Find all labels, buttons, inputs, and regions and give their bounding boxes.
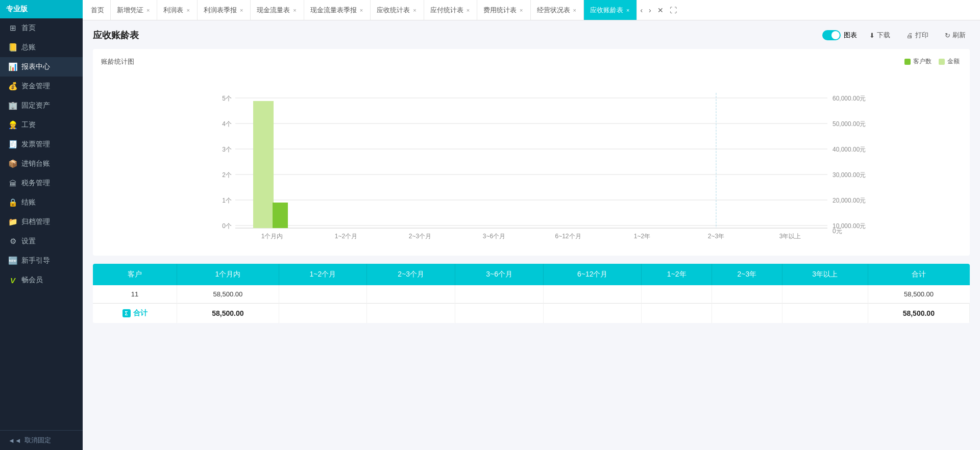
invoices-icon: 🧾	[8, 140, 17, 149]
col-header-m36: 3~6个月	[455, 264, 544, 285]
total-icon: Σ	[122, 309, 131, 317]
bar-amount-0	[253, 101, 274, 228]
footer-label: Σ 合计	[93, 304, 177, 323]
page-title-bar: 应收账龄表 图表 ⬇ 下载 🖨 打印 ↻ 刷新	[93, 29, 970, 42]
bar-count-0	[273, 203, 288, 228]
sidebar-item-settings[interactable]: ⚙ 设置	[0, 232, 83, 251]
col-header-customer: 客户	[93, 264, 177, 285]
svg-text:1~2个月: 1~2个月	[335, 233, 357, 240]
sidebar-item-tax[interactable]: 🏛 税务管理	[0, 173, 83, 193]
sidebar-item-purchases[interactable]: 📦 进销台账	[0, 154, 83, 173]
svg-text:3个: 3个	[222, 146, 232, 153]
tab-close-profit[interactable]: ×	[185, 7, 190, 14]
tab-next-button[interactable]: ›	[646, 4, 654, 16]
cell-y23	[712, 285, 782, 304]
tab-close-cashflow-quarterly[interactable]: ×	[359, 7, 364, 14]
sidebar-item-ledger[interactable]: 📒 总账	[0, 38, 83, 57]
col-header-y12: 1~2年	[642, 264, 712, 285]
svg-text:1个: 1个	[222, 197, 232, 204]
toggle-thumb	[831, 31, 840, 39]
svg-text:40,000.00元: 40,000.00元	[832, 146, 866, 153]
chart-title: 账龄统计图	[101, 57, 962, 66]
sidebar-item-payroll[interactable]: 👷 工资	[0, 115, 83, 135]
tab-home[interactable]: 首页	[85, 0, 111, 20]
cell-total: 58,500.00	[868, 285, 969, 304]
tab-close-business-status[interactable]: ×	[572, 7, 577, 14]
tab-profit[interactable]: 利润表 ×	[157, 0, 197, 20]
tab-voucher[interactable]: 新增凭证 ×	[111, 0, 157, 20]
svg-text:3~6个月: 3~6个月	[483, 233, 505, 240]
footer-total: 58,500.00	[868, 304, 969, 323]
sidebar-item-guide[interactable]: 🆕 新手引导	[0, 251, 83, 270]
tab-ar-stats[interactable]: 应收统计表 ×	[371, 0, 424, 20]
tab-close-profit-quarterly[interactable]: ×	[239, 7, 244, 14]
footer-m36	[455, 304, 544, 323]
page-title: 应收账龄表	[93, 29, 139, 41]
tab-cashflow-quarterly[interactable]: 现金流量表季报 ×	[304, 0, 371, 20]
svg-text:1个月内: 1个月内	[261, 233, 283, 240]
sidebar-item-invoices[interactable]: 🧾 发票管理	[0, 135, 83, 154]
download-button[interactable]: ⬇ 下载	[865, 29, 894, 42]
legend-customer-dot	[904, 59, 911, 65]
sidebar-item-home[interactable]: ⊞ 首页	[0, 18, 83, 38]
tab-business-status[interactable]: 经营状况表 ×	[531, 0, 584, 20]
footer-m23	[367, 304, 455, 323]
tab-close-ar-aging[interactable]: ×	[625, 7, 630, 14]
tab-ap-stats[interactable]: 应付统计表 ×	[424, 0, 477, 20]
cell-y12	[642, 285, 712, 304]
tab-profit-quarterly[interactable]: 利润表季报 ×	[198, 0, 251, 20]
archive-icon: 📁	[8, 217, 17, 227]
cell-m612	[543, 285, 641, 304]
sidebar: 专业版 ⊞ 首页 📒 总账 📊 报表中心 💰 资金管理 🏢 固定资产 👷 工资 …	[0, 0, 83, 450]
chart-container: 账龄统计图 客户数 金额 5个 4个 3个 2个 1个	[93, 49, 970, 256]
cell-m1: 58,500.00	[177, 285, 279, 304]
tab-close-cashflow[interactable]: ×	[292, 7, 297, 14]
tab-close-voucher[interactable]: ×	[145, 7, 151, 14]
print-button[interactable]: 🖨 打印	[902, 29, 933, 42]
tab-close-ap-stats[interactable]: ×	[465, 7, 471, 14]
tab-ar-aging[interactable]: 应收账龄表 ×	[584, 0, 637, 20]
svg-text:0个: 0个	[222, 222, 232, 230]
sidebar-item-funds[interactable]: 💰 资金管理	[0, 77, 83, 96]
svg-text:6~12个月: 6~12个月	[555, 233, 581, 240]
legend-amount: 金额	[939, 57, 960, 66]
footer-m612	[543, 304, 641, 323]
legend-amount-dot	[939, 59, 945, 65]
tab-close-expense-stats[interactable]: ×	[519, 7, 524, 14]
main-area: 首页 新增凭证 × 利润表 × 利润表季报 × 现金流量表 × 现金流量表季报 …	[83, 0, 980, 450]
tab-close-ar-stats[interactable]: ×	[412, 7, 417, 14]
svg-text:30,000.00元: 30,000.00元	[832, 171, 866, 179]
col-header-m1: 1个月内	[177, 264, 279, 285]
toggle-track[interactable]	[822, 30, 841, 40]
table-row: 11 58,500.00 58,500.00	[93, 285, 970, 304]
tab-maximize-button[interactable]: ⛶	[667, 4, 680, 16]
cell-customer: 11	[93, 285, 177, 304]
tab-prev-button[interactable]: ‹	[637, 4, 646, 16]
chart-legend: 客户数 金额	[904, 57, 960, 66]
footer-y12	[642, 304, 712, 323]
col-header-m612: 6~12个月	[543, 264, 641, 285]
guide-icon: 🆕	[8, 256, 17, 265]
svg-text:2个: 2个	[222, 171, 232, 179]
sidebar-item-member[interactable]: V 畅会员	[0, 270, 83, 290]
unpin-button[interactable]: ◄◄ 取消固定	[0, 430, 83, 450]
tab-expense-stats[interactable]: 费用统计表 ×	[477, 0, 530, 20]
svg-text:4个: 4个	[222, 120, 232, 128]
member-icon: V	[8, 276, 17, 285]
sidebar-item-assets[interactable]: 🏢 固定资产	[0, 96, 83, 115]
tab-cashflow[interactable]: 现金流量表 ×	[251, 0, 304, 20]
sidebar-item-archive[interactable]: 📁 归档管理	[0, 212, 83, 232]
assets-icon: 🏢	[8, 101, 17, 110]
funds-icon: 💰	[8, 82, 17, 91]
refresh-button[interactable]: ↻ 刷新	[941, 29, 970, 42]
chart-toggle[interactable]: 图表	[822, 30, 857, 40]
legend-customer-count: 客户数	[904, 57, 932, 66]
chart-svg-wrapper: 5个 4个 3个 2个 1个 0个 60,000.00元 50,000.00元 …	[101, 72, 962, 247]
sidebar-item-reports[interactable]: 📊 报表中心	[0, 57, 83, 77]
svg-text:3年以上: 3年以上	[779, 233, 801, 240]
sidebar-item-closing[interactable]: 🔒 结账	[0, 193, 83, 212]
settings-icon: ⚙	[8, 237, 17, 246]
col-header-m23: 2~3个月	[367, 264, 455, 285]
closing-icon: 🔒	[8, 198, 17, 207]
tab-close-all-button[interactable]: ✕	[654, 4, 667, 16]
